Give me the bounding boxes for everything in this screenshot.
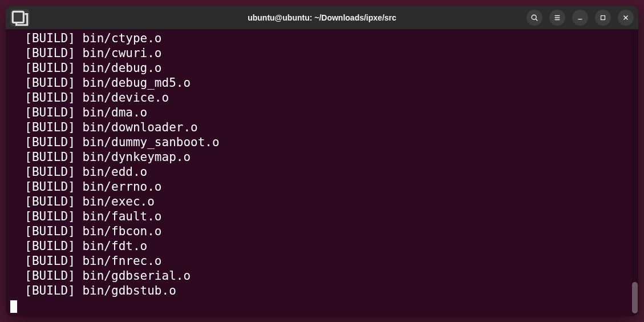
terminal-line: [BUILD] bin/debug_md5.o (10, 75, 634, 90)
search-button[interactable] (526, 10, 542, 26)
terminal-cursor-line (10, 298, 634, 313)
scrollbar-thumb[interactable] (632, 282, 638, 313)
terminal-line: [BUILD] bin/fault.o (10, 209, 634, 224)
terminal-line: [BUILD] bin/gdbstub.o (10, 283, 634, 298)
menu-button[interactable] (549, 10, 565, 26)
terminal-line: [BUILD] bin/exec.o (10, 194, 634, 209)
svg-line-2 (536, 19, 537, 21)
terminal-line: [BUILD] bin/dma.o (10, 105, 634, 120)
terminal-line: [BUILD] bin/fdt.o (10, 239, 634, 253)
svg-point-1 (532, 15, 536, 19)
terminal-line: [BUILD] bin/ctype.o (10, 31, 634, 46)
hamburger-icon (553, 14, 561, 22)
close-icon (622, 14, 630, 22)
terminal-window: ubuntu@ubuntu: ~/Downloads/ipxe/src (6, 6, 638, 316)
minimize-icon (576, 14, 584, 22)
terminal-line: [BUILD] bin/edd.o (10, 164, 634, 179)
cursor (10, 300, 17, 313)
new-tab-button[interactable] (10, 9, 30, 26)
terminal-line: [BUILD] bin/fnrec.o (10, 253, 634, 268)
terminal-line: [BUILD] bin/fbcon.o (10, 224, 634, 239)
maximize-icon (599, 14, 607, 22)
svg-rect-0 (13, 11, 23, 22)
minimize-button[interactable] (572, 10, 588, 26)
titlebar: ubuntu@ubuntu: ~/Downloads/ipxe/src (6, 6, 638, 30)
terminal-line: [BUILD] bin/debug.o (10, 61, 634, 75)
maximize-button[interactable] (595, 10, 611, 26)
terminal-line: [BUILD] bin/gdbserial.o (10, 268, 634, 283)
new-tab-icon (10, 8, 30, 27)
svg-rect-7 (601, 15, 605, 19)
terminal-line: [BUILD] bin/device.o (10, 90, 634, 105)
terminal-line: [BUILD] bin/cwuri.o (10, 46, 634, 61)
titlebar-controls (526, 10, 634, 26)
terminal-body[interactable]: [BUILD] bin/ctype.o [BUILD] bin/cwuri.o … (6, 30, 638, 316)
scrollbar-track[interactable] (631, 30, 638, 316)
close-button[interactable] (618, 10, 634, 26)
terminal-line: [BUILD] bin/dummy_sanboot.o (10, 135, 634, 150)
terminal-line: [BUILD] bin/errno.o (10, 179, 634, 194)
terminal-line: [BUILD] bin/dynkeymap.o (10, 150, 634, 164)
terminal-line: [BUILD] bin/downloader.o (10, 120, 634, 135)
search-icon (530, 14, 538, 22)
